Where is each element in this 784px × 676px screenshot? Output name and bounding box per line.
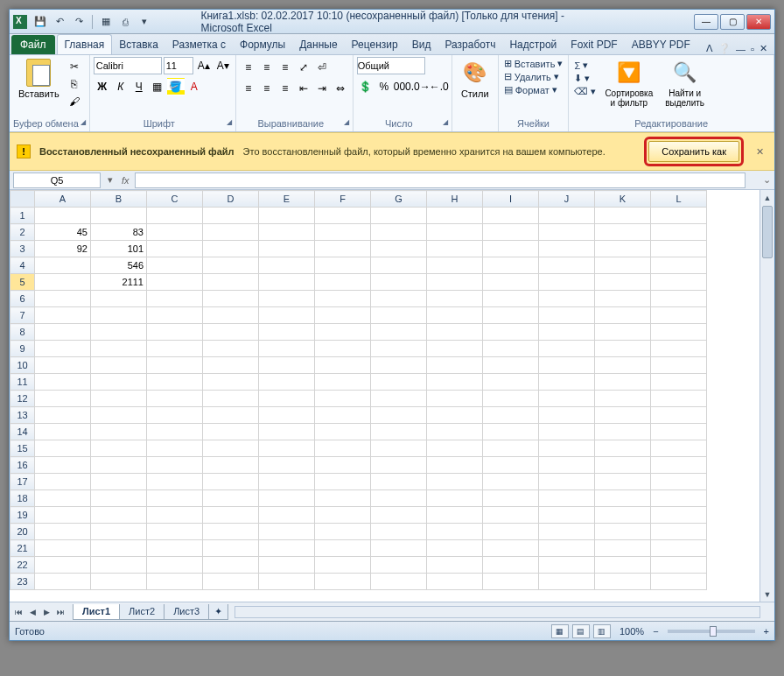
cell[interactable] (595, 557, 651, 574)
row-header[interactable]: 12 (10, 391, 35, 407)
cell[interactable] (35, 540, 91, 557)
cell[interactable]: 45 (35, 224, 91, 241)
cell[interactable] (595, 440, 651, 457)
cell[interactable] (91, 490, 147, 507)
cell[interactable] (483, 241, 539, 257)
qat-dropdown-icon[interactable]: ▾ (136, 14, 152, 30)
cell[interactable] (203, 557, 259, 574)
last-sheet-icon[interactable]: ⏭ (53, 605, 67, 619)
cell[interactable] (203, 274, 259, 291)
cells-delete-button[interactable]: ⊟Удалить▾ (502, 70, 565, 83)
cell[interactable] (259, 507, 315, 524)
first-sheet-icon[interactable]: ⏮ (11, 605, 25, 619)
cell[interactable] (539, 557, 595, 574)
copy-icon[interactable]: ⎘ (66, 76, 82, 92)
cell[interactable] (483, 490, 539, 507)
cell[interactable] (371, 391, 427, 407)
cell[interactable] (483, 440, 539, 457)
cell[interactable] (427, 424, 483, 440)
cell[interactable] (259, 324, 315, 341)
cell[interactable] (35, 374, 91, 391)
dialog-launcher-icon[interactable]: ◢ (344, 118, 349, 126)
cell[interactable] (91, 391, 147, 407)
cell[interactable] (315, 474, 371, 490)
cell[interactable] (203, 490, 259, 507)
cell[interactable] (315, 224, 371, 241)
column-header[interactable]: I (483, 191, 539, 208)
cell[interactable] (427, 241, 483, 257)
cell[interactable] (147, 374, 203, 391)
cell[interactable] (371, 424, 427, 440)
border-button[interactable]: ▦ (149, 78, 166, 95)
column-header[interactable]: E (259, 191, 315, 208)
cell[interactable] (259, 440, 315, 457)
cell[interactable] (539, 208, 595, 224)
cell[interactable] (147, 391, 203, 407)
cell[interactable] (371, 224, 427, 241)
cell[interactable] (147, 540, 203, 557)
cell[interactable] (371, 241, 427, 257)
cell[interactable] (651, 574, 707, 590)
tab-view[interactable]: Вид (405, 35, 438, 54)
cell[interactable] (35, 507, 91, 524)
doc-close-icon[interactable]: ✕ (760, 43, 767, 54)
cell[interactable] (259, 307, 315, 324)
doc-restore-icon[interactable]: ▫ (751, 44, 754, 54)
row-header[interactable]: 9 (10, 341, 35, 357)
cell[interactable] (371, 324, 427, 341)
merge-icon[interactable]: ⇔ (332, 80, 349, 97)
column-header[interactable]: F (315, 191, 371, 208)
cell[interactable] (427, 557, 483, 574)
cell[interactable] (203, 474, 259, 490)
currency-icon[interactable]: 💲 (357, 78, 374, 95)
cell[interactable] (651, 457, 707, 474)
cell[interactable] (483, 391, 539, 407)
align-bottom-icon[interactable]: ≡ (276, 59, 294, 76)
cell[interactable] (539, 324, 595, 341)
row-header[interactable]: 8 (10, 324, 35, 341)
cell[interactable] (595, 490, 651, 507)
row-header[interactable]: 5 (10, 274, 35, 291)
autosum-button[interactable]: Σ▾ (572, 59, 598, 72)
cell[interactable] (595, 341, 651, 357)
cell[interactable] (203, 257, 259, 274)
save-icon[interactable]: 💾 (32, 14, 48, 30)
cell[interactable] (203, 507, 259, 524)
font-color-button[interactable]: A (186, 78, 203, 95)
cell[interactable] (315, 307, 371, 324)
cell[interactable] (595, 424, 651, 440)
cell[interactable] (651, 540, 707, 557)
cell[interactable] (35, 257, 91, 274)
paste-button[interactable]: Вставить (13, 57, 65, 101)
cell[interactable] (203, 391, 259, 407)
cell[interactable] (371, 307, 427, 324)
redo-icon[interactable]: ↷ (71, 14, 87, 30)
cell[interactable] (259, 291, 315, 307)
undo-icon[interactable]: ↶ (52, 14, 67, 30)
cell[interactable] (147, 507, 203, 524)
select-all-corner[interactable] (10, 191, 35, 208)
cell[interactable] (147, 341, 203, 357)
normal-view-icon[interactable]: ▦ (551, 624, 569, 638)
cell[interactable] (35, 341, 91, 357)
cell[interactable] (315, 490, 371, 507)
cell[interactable] (427, 457, 483, 474)
cell[interactable] (259, 474, 315, 490)
formula-bar[interactable] (135, 173, 746, 188)
cell[interactable] (539, 274, 595, 291)
cell[interactable] (539, 307, 595, 324)
cell[interactable] (651, 257, 707, 274)
cell[interactable] (651, 507, 707, 524)
zoom-out-icon[interactable]: − (653, 626, 658, 637)
cell[interactable] (371, 407, 427, 424)
cell[interactable] (147, 208, 203, 224)
cell[interactable] (651, 474, 707, 490)
cell[interactable] (91, 374, 147, 391)
increase-decimal-icon[interactable]: .0→ (412, 78, 430, 95)
dialog-launcher-icon[interactable]: ◢ (227, 118, 232, 126)
cell[interactable] (651, 391, 707, 407)
cell[interactable] (427, 474, 483, 490)
cell[interactable] (371, 507, 427, 524)
cell[interactable] (259, 540, 315, 557)
cell[interactable] (539, 224, 595, 241)
